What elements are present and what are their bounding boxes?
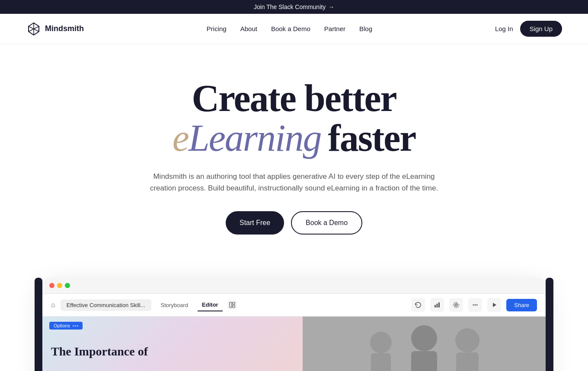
svg-rect-5 — [438, 302, 440, 308]
share-button[interactable]: Share — [506, 299, 537, 311]
navbar: Mindsmith Pricing About Book a Demo Part… — [0, 14, 588, 44]
browser-dots — [49, 283, 70, 288]
app-content: Options The Importance of — [42, 317, 546, 371]
svg-point-9 — [476, 304, 478, 306]
hero-section: Create better eLearning faster Mindsmith… — [78, 44, 510, 260]
nav-links: Pricing About Book a Demo Partner Blog — [207, 25, 372, 33]
svg-point-16 — [455, 328, 479, 352]
options-badge[interactable]: Options — [49, 322, 83, 330]
home-icon[interactable]: ⌂ — [51, 301, 55, 309]
banner-text: Join The Slack Community — [254, 3, 326, 10]
app-preview-container: ⌂ Effective Communication Skill... Story… — [42, 278, 546, 371]
svg-point-8 — [475, 304, 476, 306]
nav-partner[interactable]: Partner — [324, 25, 345, 32]
nav-actions: Log In Sign Up — [495, 21, 562, 37]
app-topbar-left: ⌂ Effective Communication Skill... Story… — [51, 299, 236, 311]
play-icon-btn[interactable] — [487, 298, 501, 312]
svg-rect-3 — [435, 305, 436, 308]
login-button[interactable]: Log In — [495, 25, 513, 32]
more-icon-btn[interactable] — [468, 298, 482, 312]
nav-pricing[interactable]: Pricing — [207, 25, 227, 32]
slide-heading: The Importance of — [51, 344, 148, 359]
logo[interactable]: Mindsmith — [26, 21, 84, 37]
chart-icon-btn[interactable] — [430, 298, 444, 312]
dot-yellow — [57, 283, 62, 288]
options-dots — [73, 325, 78, 327]
svg-marker-10 — [493, 303, 496, 307]
faster-word: faster — [328, 118, 415, 158]
left-decorative-bar — [35, 278, 42, 371]
nav-book-demo[interactable]: Book a Demo — [271, 25, 310, 32]
layout-icon[interactable] — [228, 301, 236, 309]
svg-rect-15 — [371, 353, 391, 371]
right-decorative-bar — [546, 278, 553, 371]
svg-rect-4 — [437, 304, 438, 308]
nav-blog[interactable]: Blog — [359, 25, 372, 32]
browser-chrome — [42, 278, 546, 294]
tab-storyboard[interactable]: Storyboard — [157, 299, 193, 311]
svg-rect-13 — [411, 351, 437, 371]
course-title-tag[interactable]: Effective Communication Skill... — [61, 299, 151, 311]
app-preview-wrapper: ⌂ Effective Communication Skill... Story… — [0, 278, 588, 371]
slide-right — [303, 317, 546, 371]
settings-icon-btn[interactable] — [449, 298, 463, 312]
svg-rect-17 — [456, 352, 479, 371]
app-topbar: ⌂ Effective Communication Skill... Story… — [42, 294, 546, 317]
logo-icon — [26, 21, 42, 37]
book-demo-button[interactable]: Book a Demo — [291, 211, 362, 235]
banner-arrow: → — [328, 3, 334, 10]
logo-text: Mindsmith — [45, 24, 84, 33]
slide-left: Options The Importance of — [42, 317, 303, 371]
start-free-button[interactable]: Start Free — [226, 211, 284, 235]
app-topbar-right: Share — [411, 298, 537, 312]
options-label: Options — [54, 323, 70, 328]
elearning-word: eLearning — [173, 118, 321, 158]
tab-editor[interactable]: Editor — [198, 299, 223, 311]
hero-title-line2: eLearning faster — [86, 118, 502, 158]
dot-red — [49, 283, 54, 288]
svg-rect-2 — [233, 305, 235, 308]
svg-point-7 — [473, 304, 474, 306]
dot-green — [65, 283, 70, 288]
svg-rect-1 — [233, 302, 235, 304]
svg-point-14 — [370, 332, 392, 353]
slack-community-link[interactable]: Join The Slack Community → — [9, 3, 579, 10]
hero-buttons: Start Free Book a Demo — [86, 211, 502, 235]
history-icon-btn[interactable] — [411, 298, 425, 312]
top-banner[interactable]: Join The Slack Community → — [0, 0, 588, 14]
svg-rect-0 — [230, 302, 232, 308]
nav-about[interactable]: About — [240, 25, 257, 32]
hero-subtitle: Mindsmith is an authoring tool that appl… — [147, 171, 441, 194]
people-image — [303, 317, 546, 371]
hero-title-line1: Create better — [86, 79, 502, 118]
svg-point-12 — [411, 325, 437, 351]
signup-button[interactable]: Sign Up — [520, 21, 562, 37]
